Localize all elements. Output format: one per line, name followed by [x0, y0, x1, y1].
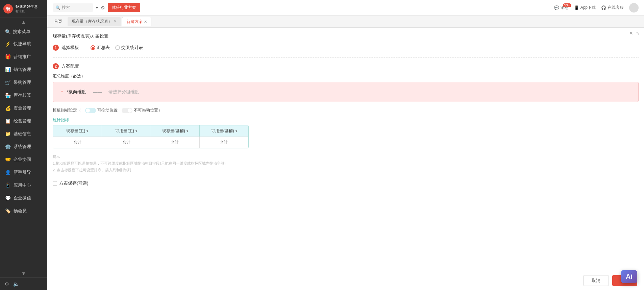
topbar-gear-icon[interactable]: ⚙ [101, 5, 105, 10]
tab-inventory-status-label: 现存量（库存状况表） [72, 19, 112, 24]
sidebar-item-system[interactable]: ⚙️ 系统管理 [0, 140, 47, 153]
section1-header: 1 选择模板 汇总表 交叉统计表 [53, 45, 639, 51]
drag-toggle[interactable] [85, 108, 96, 113]
tab-new-plan-close[interactable]: ✕ [144, 20, 147, 24]
radio-cross-label: 交叉统计表 [121, 45, 143, 51]
chevron-icon-0: ▾ [86, 129, 88, 133]
sidebar-item-app-center-label: 应用中心 [14, 182, 31, 188]
stats-col-header-1[interactable]: 可用量(主) ▾ [102, 125, 151, 137]
stats-col-label-3: 可用量(基辅) [211, 128, 234, 134]
sidebar-item-system-label: 系统管理 [14, 144, 31, 150]
tab-new-plan-label: 新建方案 [126, 19, 143, 25]
tab-inventory-status[interactable]: 现存量（库存状况表） ✕ [68, 17, 121, 26]
stats-table-header: 现存量(主) ▾ 可用量(主) ▾ 现存量(基辅) ▾ 可用量(基辅) ▾ [53, 125, 248, 137]
tab-inventory-status-close[interactable]: ✕ [114, 19, 117, 24]
tab-new-plan[interactable]: 新建方案 ✕ [122, 17, 151, 26]
logo-badge: 标准版 [16, 9, 38, 14]
sidebar-item-enterprise-wx-label: 企业微信 [14, 195, 31, 201]
sidebar-logo: 畅 畅康通好生意 标准版 [0, 0, 47, 18]
audio-footer-icon[interactable]: 🔈 [13, 281, 19, 287]
message-icon: 💬 [554, 5, 559, 10]
topbar: 🔍 搜索 ▾ ⚙ 体验行业方案 💬 消息 99+ 📱 App下载 🎧 在线客服 [47, 0, 644, 16]
quick-nav-icon: ⚡ [5, 41, 11, 47]
indicator-setting: 模板指标设定（ 可拖动位置 不可拖动位置） [53, 107, 639, 113]
dimension-name: *纵向维度 [67, 89, 86, 95]
ai-badge[interactable]: Ai [621, 270, 637, 283]
stats-table-row-0: 合计 合计 合计 合计 [53, 137, 248, 148]
settings-footer-icon[interactable]: ⚙ [5, 281, 9, 287]
topbar-dropdown[interactable]: ▾ [96, 5, 98, 10]
sidebar-item-newbie[interactable]: 👤 新手引导 [0, 166, 47, 179]
sales-icon: 📊 [5, 67, 11, 73]
radio-cross[interactable]: 交叉统计表 [115, 45, 143, 51]
sidebar-item-basic-info[interactable]: 📁 基础信息 [0, 127, 47, 140]
user-avatar[interactable] [629, 3, 639, 13]
cancel-button[interactable]: 取消 [583, 275, 609, 286]
sidebar-item-sales-label: 销售管理 [14, 67, 31, 73]
topbar-search-icon: 🔍 [55, 5, 60, 10]
stats-col-header-0[interactable]: 现存量(主) ▾ [53, 125, 102, 137]
sidebar-item-marketing[interactable]: 🎁 营销推广 [0, 50, 47, 63]
drag-label: 可拖动位置 [97, 107, 118, 113]
expand-window-icon[interactable]: ⤡ [636, 30, 640, 36]
operation-icon: 📋 [5, 118, 11, 124]
sidebar-item-purchase[interactable]: 🛒 采购管理 [0, 76, 47, 89]
finance-icon: 💰 [5, 105, 11, 111]
sidebar-item-quick-nav[interactable]: ⚡ 快捷导航 [0, 38, 47, 50]
stats-cell-3-0: 合计 [200, 137, 248, 148]
message-badge: 99+ [563, 3, 571, 7]
basic-info-icon: 📁 [5, 131, 11, 137]
sidebar-scroll-up[interactable]: ▲ [0, 18, 47, 26]
save-checkbox[interactable] [53, 181, 57, 186]
radio-summary[interactable]: 汇总表 [91, 45, 110, 51]
sidebar-item-operation[interactable]: 📋 经营管理 [0, 115, 47, 127]
radio-summary-circle [91, 45, 95, 50]
search-icon: 🔍 [5, 29, 11, 35]
no-drag-toggle[interactable] [122, 108, 132, 113]
page-title: 现存量(库存状况表)方案设置 [53, 33, 639, 39]
sidebar-item-member[interactable]: 🏷️ 畅会员 [0, 204, 47, 217]
radio-summary-label: 汇总表 [97, 45, 110, 51]
sidebar: 畅 畅康通好生意 标准版 ▲ 🔍 搜索菜单 ⚡ 快捷导航 🎁 营销推广 📊 销售… [0, 0, 47, 290]
app-center-icon: 📱 [5, 182, 11, 188]
tab-home[interactable]: 首页 [50, 17, 66, 26]
dimension-dash: —— [93, 90, 102, 95]
stats-col-header-2[interactable]: 现存量(基辅) ▾ [151, 125, 200, 137]
drag-indicator: 可拖动位置 [85, 107, 118, 113]
messages-button[interactable]: 💬 消息 99+ [554, 5, 569, 10]
sidebar-item-inventory[interactable]: 🏪 库存核算 [0, 89, 47, 102]
sidebar-item-search-menu[interactable]: 🔍 搜索菜单 [0, 26, 47, 38]
sidebar-item-purchase-label: 采购管理 [14, 79, 31, 86]
stats-col-label-2: 现存量(基辅) [162, 128, 185, 134]
section-template: 1 选择模板 汇总表 交叉统计表 [53, 45, 639, 51]
stats-cell-2-0: 合计 [151, 137, 200, 148]
chevron-icon-1: ▾ [135, 129, 137, 133]
stats-col-header-3[interactable]: 可用量(基辅) ▾ [200, 125, 248, 137]
sidebar-scroll-down[interactable]: ▼ [0, 269, 47, 277]
save-option-label: 方案保存(可选) [59, 180, 89, 186]
dimension-label: 汇总维度（必选） [53, 73, 639, 79]
sidebar-item-operation-label: 经营管理 [14, 118, 31, 124]
section2-header: 2 方案配置 [53, 63, 639, 69]
sidebar-item-search-label: 搜索菜单 [13, 29, 30, 35]
sidebar-item-finance[interactable]: 💰 资金管理 [0, 102, 47, 115]
tips-title: 提示： [53, 154, 64, 159]
sidebar-item-sales[interactable]: 📊 销售管理 [0, 63, 47, 76]
save-option[interactable]: 方案保存(可选) [53, 180, 639, 186]
topbar-dropdown-icon: ▾ [96, 5, 98, 10]
trial-button[interactable]: 体验行业方案 [108, 3, 140, 12]
dimension-placeholder[interactable]: 请选择分组维度 [108, 89, 139, 95]
close-window-icon[interactable]: ✕ [629, 30, 633, 36]
sidebar-item-app-center[interactable]: 📱 应用中心 [0, 179, 47, 192]
sidebar-item-cooperation[interactable]: 🤝 企业协同 [0, 153, 47, 166]
member-icon: 🏷️ [5, 208, 11, 214]
purchase-icon: 🛒 [5, 79, 11, 86]
inventory-icon: 🏪 [5, 92, 11, 98]
dimension-required-text: * [61, 90, 63, 95]
topbar-search-box[interactable]: 🔍 搜索 [53, 3, 93, 12]
online-service-button[interactable]: 🎧 在线客服 [601, 5, 624, 10]
topbar-search-text: 搜索 [62, 5, 70, 10]
no-drag-toggle-thumb [128, 108, 132, 113]
app-download-button[interactable]: 📱 App下载 [574, 5, 596, 10]
sidebar-item-enterprise-wx[interactable]: 💬 企业微信 [0, 192, 47, 204]
